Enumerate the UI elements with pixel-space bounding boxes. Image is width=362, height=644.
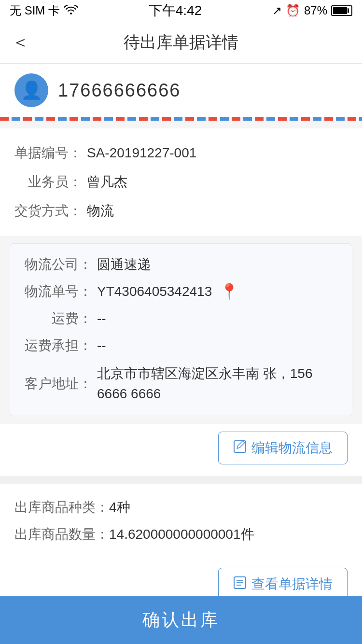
freight-bearer-label: 运费承担： [25, 336, 92, 355]
delivery-method-value: 物流 [82, 201, 348, 221]
logistics-card: 物流公司： 圆通速递 物流单号： YT4306405342413 📍 运费： -… [10, 243, 352, 416]
nav-bar: ＜ 待出库单据详情 [0, 21, 362, 64]
logistics-tracking-value: YT4306405342413 📍 [92, 282, 337, 301]
wifi-icon [64, 4, 78, 17]
status-bar: 无 SIM 卡 下午4:42 ↗ ⏰ 87% [0, 0, 362, 21]
freight-bearer-row: 运费承担： -- [25, 336, 337, 355]
document-number-row: 单据编号： SA-20191227-001 [14, 143, 348, 163]
tracking-location-icon[interactable]: 📍 [220, 282, 239, 301]
dashed-divider [0, 117, 362, 121]
status-left: 无 SIM 卡 [10, 3, 78, 18]
salesman-row: 业务员： 曾凡杰 [14, 172, 348, 192]
user-phone: 17666666666 [58, 80, 181, 101]
confirm-button-label: 确认出库 [142, 608, 220, 632]
edit-logistics-label: 编辑物流信息 [251, 439, 333, 457]
edit-logistics-button[interactable]: 编辑物流信息 [218, 432, 348, 464]
goods-quantity-row: 出库商品数量： 14.620000000000001件 [14, 525, 348, 544]
avatar-icon: 👤 [21, 80, 42, 100]
goods-quantity-label: 出库商品数量： [14, 525, 109, 544]
freight-row: 运费： -- [25, 309, 337, 328]
back-button[interactable]: ＜ [12, 30, 29, 54]
freight-bearer-value: -- [92, 338, 337, 353]
view-detail-icon [233, 576, 247, 593]
confirm-bar[interactable]: 确认出库 [0, 596, 362, 644]
svg-rect-0 [234, 441, 246, 452]
tracking-number: YT4306405342413 [97, 284, 212, 299]
goods-section: 出库商品种类： 4种 出库商品数量： 14.620000000000001件 [0, 484, 362, 558]
view-detail-label: 查看单据详情 [251, 575, 333, 593]
address-row: 客户地址： 北京市市辖区海淀区永丰南 张，156 6666 6666 [25, 364, 337, 404]
section-separator [0, 476, 362, 484]
page-title: 待出库单据详情 [124, 31, 238, 54]
edit-btn-row: 编辑物流信息 [0, 424, 362, 476]
delivery-method-label: 交货方式： [14, 201, 82, 221]
goods-type-value: 4种 [109, 498, 348, 517]
logistics-company-value: 圆通速递 [92, 255, 337, 274]
avatar: 👤 [14, 73, 48, 107]
user-header: 👤 17666666666 [0, 64, 362, 117]
document-number-label: 单据编号： [14, 143, 82, 163]
goods-type-label: 出库商品种类： [14, 498, 109, 517]
goods-quantity-value: 14.620000000000001件 [109, 525, 348, 544]
location-status-icon: ↗ [272, 4, 282, 17]
battery-percent: 87% [304, 4, 327, 17]
freight-label: 运费： [25, 309, 92, 328]
document-number-value: SA-20191227-001 [82, 143, 348, 163]
alarm-icon: ⏰ [286, 4, 300, 17]
goods-type-row: 出库商品种类： 4种 [14, 498, 348, 517]
freight-value: -- [92, 311, 337, 326]
edit-icon [233, 440, 247, 457]
address-value: 北京市市辖区海淀区永丰南 张，156 6666 6666 [92, 364, 337, 404]
document-info-section: 单据编号： SA-20191227-001 业务员： 曾凡杰 交货方式： 物流 [0, 128, 362, 236]
carrier-text: 无 SIM 卡 [10, 3, 60, 18]
salesman-value: 曾凡杰 [82, 172, 348, 192]
address-label: 客户地址： [25, 375, 92, 393]
logistics-company-label: 物流公司： [25, 255, 92, 274]
battery-icon [331, 5, 352, 16]
content-area: 👤 17666666666 单据编号： SA-20191227-001 业务员：… [0, 64, 362, 644]
delivery-method-row: 交货方式： 物流 [14, 201, 348, 221]
status-time: 下午4:42 [149, 1, 202, 20]
status-right: ↗ ⏰ 87% [272, 4, 352, 17]
logistics-tracking-row: 物流单号： YT4306405342413 📍 [25, 282, 337, 301]
salesman-label: 业务员： [14, 172, 82, 192]
logistics-company-row: 物流公司： 圆通速递 [25, 255, 337, 274]
logistics-tracking-label: 物流单号： [25, 282, 92, 301]
tracking-row: YT4306405342413 📍 [97, 282, 337, 301]
